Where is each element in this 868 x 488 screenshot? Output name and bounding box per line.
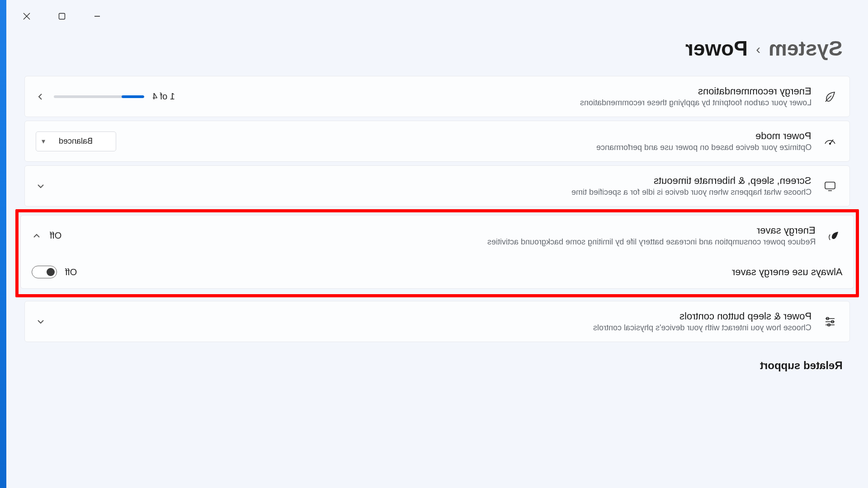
energy-progress: 1 of 4 [54,91,175,102]
always-energy-saver-toggle[interactable] [32,266,57,278]
power-mode-card[interactable]: ▾ Balanced Power mode Optimize your devi… [24,121,850,162]
settings-window: Power ‹ System 1 of 4 Energy recommendat… [6,0,868,488]
power-mode-dropdown[interactable]: ▾ Balanced [36,131,116,151]
energy-saver-state: Off [50,230,61,241]
card-desc: Choose how you interact with your device… [593,323,811,333]
progress-fill [122,95,144,98]
card-title: Power mode [755,130,811,142]
minimize-button[interactable] [87,6,108,27]
display-icon [821,179,839,193]
close-button[interactable] [16,6,37,27]
breadcrumb-root[interactable]: System [769,36,843,61]
card-title: Energy saver [757,225,816,236]
card-desc: Choose what happens when your device is … [571,188,811,197]
always-energy-saver-label: Always use energy saver [732,266,843,278]
leaf-icon [821,90,839,103]
chevron-down-icon [36,317,46,327]
progress-label: 1 of 4 [152,91,175,102]
sliders-icon [821,315,839,328]
chevron-up-icon [32,231,42,241]
card-title: Screen, sleep, & hibernate timeouts [654,175,811,187]
always-energy-saver-state: Off [65,267,77,277]
chevron-left-icon [36,92,46,102]
related-support-heading: Related support [24,359,850,372]
svg-point-1 [830,143,831,144]
toggle-knob [47,268,55,276]
speedometer-icon [821,135,839,148]
timeouts-card[interactable]: Screen, sleep, & hibernate timeouts Choo… [24,165,850,206]
highlight-annotation: Off Energy saver Reduce power consumptio… [15,209,859,297]
maximize-button[interactable] [52,6,72,27]
power-mode-value: Balanced [59,136,93,146]
svg-rect-2 [825,182,835,189]
card-desc: Optimize your device based on power use … [596,143,811,152]
chevron-left-icon: ‹ [756,42,760,57]
card-title: Power & sleep button controls [679,310,811,322]
progress-bar [54,95,144,98]
content-area: Power ‹ System 1 of 4 Energy recommendat… [24,32,850,488]
energy-saver-card[interactable]: Off Energy saver Reduce power consumptio… [20,215,854,256]
always-energy-saver-row: Off Always use energy saver [20,256,854,289]
svg-rect-0 [59,14,65,19]
energy-recommendations-card[interactable]: 1 of 4 Energy recommendations Lower your… [24,76,850,117]
card-title: Energy recommendations [698,85,811,97]
card-desc: Lower your carbon footprint by applying … [580,98,811,108]
desktop-background-strip [0,0,6,488]
button-controls-card[interactable]: Power & sleep button controls Choose how… [24,301,850,342]
card-desc: Reduce power consumption and increase ba… [487,237,816,247]
energy-saver-icon [826,229,843,243]
window-titlebar [6,3,868,30]
chevron-down-icon [36,181,46,191]
breadcrumb: Power ‹ System [24,36,850,61]
breadcrumb-current: Power [685,36,748,61]
chevron-down-icon: ▾ [42,137,45,145]
